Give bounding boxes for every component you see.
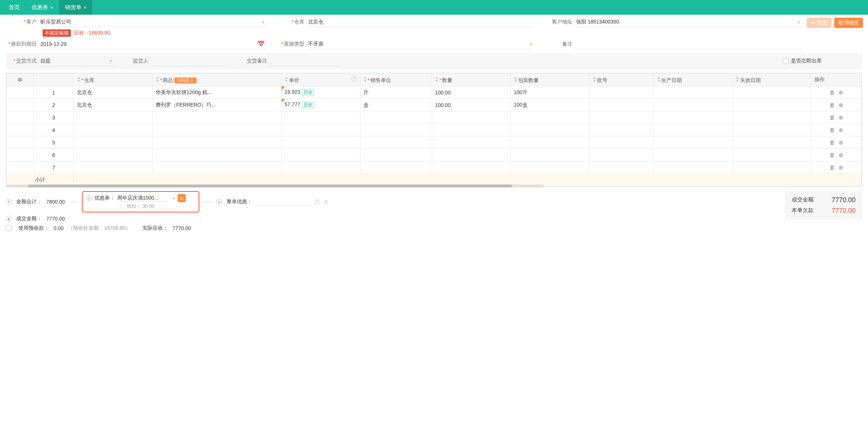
sort-icon[interactable] bbox=[736, 76, 739, 82]
prepay-balance-value: 18706.80 bbox=[104, 225, 125, 231]
address-field[interactable]: 张阳 18513400390 bbox=[576, 19, 619, 25]
line-items-table: ⚙ *仓库 *商品 扫码录入 单价 ? *销售单位 *数量 包装数量 批号 生产… bbox=[6, 73, 862, 187]
delete-icon[interactable]: 🗑 bbox=[829, 127, 835, 133]
sort-icon[interactable] bbox=[593, 76, 596, 82]
col-prod-date[interactable]: 生产日期 bbox=[661, 77, 682, 83]
chevron-down-icon[interactable]: ∨ bbox=[172, 196, 176, 201]
add-row-icon[interactable]: ⊕ bbox=[839, 152, 843, 158]
coupon-deduct-value: 30.00 bbox=[142, 203, 155, 209]
delivery-method-field[interactable]: 自提 bbox=[40, 58, 51, 64]
col-action: 操作 bbox=[811, 74, 862, 86]
customer-field[interactable]: 昕乐贸易公司 bbox=[40, 19, 71, 25]
total-value: 7800.00 bbox=[46, 199, 65, 205]
customer-label: 客户 bbox=[26, 19, 37, 25]
help-icon[interactable]: ? bbox=[314, 199, 320, 205]
sort-icon[interactable] bbox=[77, 76, 80, 82]
add-row-icon[interactable]: ⊕ bbox=[839, 102, 843, 108]
refresh-icon[interactable]: ↻ bbox=[178, 194, 186, 202]
instant-out-checkbox[interactable] bbox=[783, 58, 789, 64]
picker-label: 提货人 bbox=[133, 58, 148, 64]
use-prepay-label: 使用预收款： bbox=[18, 225, 49, 232]
help-icon[interactable]: ? bbox=[351, 76, 357, 82]
delete-icon[interactable]: 🗑 bbox=[829, 139, 835, 146]
invoice-type-label: 票据类型 bbox=[284, 41, 304, 47]
chevron-down-icon[interactable]: ∨ bbox=[529, 42, 533, 47]
totals-deal-label: 成交金额 bbox=[792, 196, 814, 204]
instant-out-label: 是否立即出库 bbox=[791, 58, 822, 64]
tab-sales-order[interactable]: 销货单× bbox=[59, 0, 93, 15]
coupon-box: ◎ 优惠券： 周年店庆满1000... ∨ ↻ 抵扣： 30.00 bbox=[82, 191, 199, 212]
chevron-down-icon[interactable]: ∨ bbox=[109, 58, 112, 64]
total-label: 金额合计： bbox=[16, 198, 42, 205]
totals-box: 成交金额7770.00 本单欠款7770.00 bbox=[785, 191, 862, 220]
picker-input[interactable] bbox=[152, 58, 225, 64]
col-batch[interactable]: 批号 bbox=[597, 77, 607, 83]
coupon-icon: ◎ bbox=[86, 195, 92, 201]
sort-icon[interactable] bbox=[156, 76, 159, 82]
delivery-method-label: 交货方式 bbox=[16, 58, 37, 64]
table-row[interactable]: 3🗑⊕ bbox=[7, 111, 862, 124]
table-row[interactable]: 5🗑⊕ bbox=[7, 136, 862, 149]
tabs-bar: 首页 优惠券× 销货单× bbox=[0, 0, 868, 15]
history-badge[interactable]: 历史 bbox=[302, 89, 314, 96]
col-unit[interactable]: 销售单位 bbox=[370, 77, 391, 83]
currency-icon: ¥ bbox=[6, 199, 12, 205]
col-price[interactable]: 单价 bbox=[289, 77, 299, 83]
add-row-icon[interactable]: ⊕ bbox=[839, 164, 843, 171]
table-row[interactable]: 6🗑⊕ bbox=[7, 149, 862, 161]
cancel-logistics-button[interactable]: 取消物流 bbox=[834, 18, 863, 28]
sort-icon[interactable] bbox=[657, 76, 661, 82]
delivery-remark-label: 交货备注 bbox=[247, 58, 267, 64]
warehouse-field[interactable]: 北京仓 bbox=[308, 19, 323, 25]
sort-icon[interactable] bbox=[364, 76, 367, 82]
settings-button[interactable]: ⚙ 设置 bbox=[807, 18, 831, 28]
history-badge[interactable]: 历史 bbox=[302, 101, 314, 108]
tab-coupon[interactable]: 优惠券× bbox=[26, 0, 59, 15]
totals-owed-value: 7770.00 bbox=[832, 207, 856, 215]
calendar-icon[interactable]: 📅 bbox=[257, 40, 265, 47]
sort-icon[interactable] bbox=[514, 76, 517, 82]
col-pack[interactable]: 包装数量 bbox=[518, 77, 539, 83]
tab-home[interactable]: 首页 bbox=[3, 0, 26, 15]
sort-icon[interactable] bbox=[435, 76, 439, 82]
add-row-icon[interactable]: ⊕ bbox=[839, 89, 843, 96]
horizontal-scrollbar[interactable] bbox=[6, 185, 544, 187]
col-qty[interactable]: 数量 bbox=[442, 77, 452, 83]
invoice-type-field[interactable]: 不开票 bbox=[308, 41, 323, 47]
add-row-icon[interactable]: ⊕ bbox=[839, 114, 843, 121]
delete-icon[interactable]: 🗑 bbox=[829, 102, 835, 108]
close-icon[interactable]: × bbox=[84, 5, 87, 10]
delete-icon[interactable]: 🗑 bbox=[829, 89, 835, 96]
delete-icon[interactable]: 🗑 bbox=[829, 114, 835, 121]
scan-entry-button[interactable]: 扫码录入 bbox=[174, 78, 196, 83]
col-exp-date[interactable]: 失效日期 bbox=[740, 77, 761, 83]
prepay-balance-label: （预收款金额： bbox=[68, 225, 104, 231]
due-date-field[interactable]: 2019-12-29 bbox=[40, 41, 67, 47]
table-row[interactable]: 1北京仓华美华夫软饼1200g 糕...19.923历史斤100.00100斤🗑… bbox=[7, 86, 862, 99]
coupon-deduct-label: 抵扣： bbox=[127, 203, 141, 209]
actual-receive-label: 实际应收： bbox=[142, 225, 168, 232]
order-discount-input[interactable] bbox=[257, 198, 312, 205]
sort-icon[interactable] bbox=[285, 76, 288, 82]
close-icon[interactable]: × bbox=[50, 5, 53, 10]
coupon-select[interactable]: 周年店庆满1000... bbox=[117, 195, 169, 202]
add-row-icon[interactable]: ⊕ bbox=[839, 127, 843, 133]
add-row-icon[interactable]: ⊕ bbox=[839, 139, 843, 146]
col-warehouse[interactable]: 仓库 bbox=[84, 77, 94, 83]
delivery-remark-input[interactable] bbox=[271, 58, 339, 64]
address-label: 客户地址 bbox=[552, 19, 572, 25]
delete-icon[interactable]: 🗑 bbox=[829, 152, 835, 158]
col-product[interactable]: 商品 bbox=[163, 77, 173, 83]
remark-input[interactable] bbox=[576, 41, 800, 47]
table-row[interactable]: 2北京仓费列罗（FERRERO）巧...57.777历史盒100.00100盒🗑… bbox=[7, 99, 862, 111]
table-row[interactable]: 4🗑⊕ bbox=[7, 124, 862, 136]
use-prepay-checkbox[interactable] bbox=[6, 225, 12, 231]
table-row[interactable]: 7🗑⊕ bbox=[7, 161, 862, 174]
warehouse-label: 仓库 bbox=[294, 19, 304, 25]
gear-icon[interactable]: ⚙ bbox=[7, 74, 34, 86]
discount-icon: ⊖ bbox=[216, 199, 222, 205]
delete-icon[interactable]: 🗑 bbox=[829, 164, 835, 171]
chevron-down-icon[interactable]: ∨ bbox=[261, 19, 265, 25]
due-date-label: 收款到期日 bbox=[11, 41, 37, 47]
chevron-down-icon[interactable]: ∨ bbox=[797, 19, 800, 25]
